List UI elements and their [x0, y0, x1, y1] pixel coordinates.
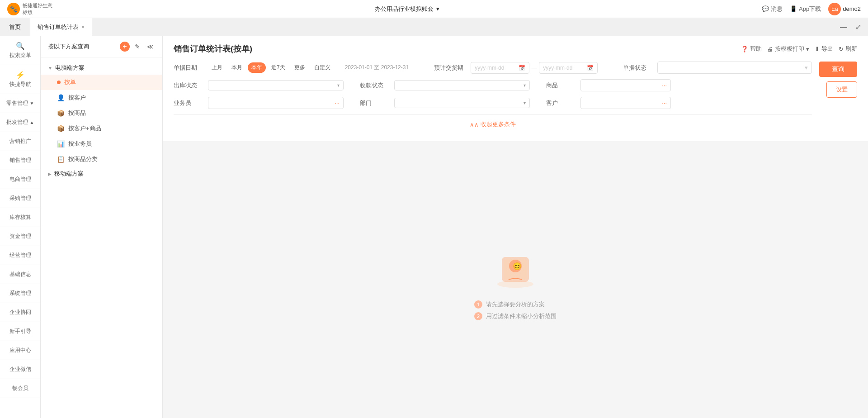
tab-sales-order-stats[interactable]: 销售订单统计表 ×: [30, 18, 92, 36]
expand-icon[interactable]: ⤢: [852, 21, 864, 33]
download-icon: 📱: [790, 5, 797, 12]
scheme-item-by-customer[interactable]: 👤 按客户: [41, 90, 162, 105]
scheme-group-pc-header[interactable]: ▼ 电脑端方案: [41, 61, 162, 75]
collapse-filter-button[interactable]: ∧∧ 收起更多条件: [174, 117, 812, 132]
export-button[interactable]: ⬇ 导出: [815, 45, 833, 53]
salesperson-dots-icon[interactable]: ···: [335, 100, 340, 106]
date-tab-custom[interactable]: 自定义: [311, 62, 334, 73]
minimize-icon[interactable]: —: [837, 21, 850, 33]
date-tab-more[interactable]: 更多: [291, 62, 309, 73]
sidebar-item-retail[interactable]: 零售管理 ▼: [0, 94, 40, 113]
quicknav-icon: ⚡: [16, 71, 25, 79]
scheme-item-by-customer-product[interactable]: 📦 按客户+商品: [41, 121, 162, 136]
scheme-item-by-order[interactable]: 按单: [41, 75, 162, 90]
date-label: 单据日期: [174, 64, 201, 72]
main-layout: 🔍 搜索菜单 ⚡ 快捷导航 零售管理 ▼ 批发管理 ▲ 营销推广 销售管理 电商…: [0, 36, 868, 418]
filter-row-1: 单据日期 上月 本月 本年 近7天 更多 自定义 2023-01-01 至 20…: [174, 62, 812, 74]
right-actions: 查询 设置: [819, 62, 857, 98]
user-profile[interactable]: Ea demo2: [828, 3, 861, 15]
setup-button[interactable]: 设置: [826, 81, 857, 98]
main-content: 销售订单统计表(按单) ❓ 帮助 🖨 按模板打印 ▾ ⬇ 导出: [163, 36, 868, 418]
tabs-bar: 首页 销售订单统计表 × — ⤢: [0, 18, 868, 36]
sidebar-item-enterprise[interactable]: 企业协同: [0, 303, 40, 322]
sidebar-item-search[interactable]: 🔍 搜索菜单: [0, 36, 40, 65]
logo-icon: 🐾: [7, 3, 20, 15]
company-selector[interactable]: 办公用品行业模拟账套 ▾: [375, 5, 439, 13]
sidebar: 🔍 搜索菜单 ⚡ 快捷导航 零售管理 ▼ 批发管理 ▲ 营销推广 销售管理 电商…: [0, 36, 41, 418]
refresh-icon: ↻: [839, 46, 844, 52]
refresh-button[interactable]: ↻ 刷新: [839, 45, 857, 53]
salesperson-label: 业务员: [174, 99, 201, 107]
delivery-date-start[interactable]: yyyy-mm-dd 📅: [471, 62, 529, 74]
delivery-dropdown-icon: ▾: [337, 83, 340, 88]
date-range-display: 2023-01-01 至 2023-12-31: [345, 64, 409, 71]
logo-text: 畅捷通好生意 标版: [23, 2, 52, 15]
sidebar-item-marketing[interactable]: 营销推广: [0, 132, 40, 151]
scheme-group-mobile-header[interactable]: ▶ 移动端方案: [41, 167, 162, 180]
date-tab-last7[interactable]: 近7天: [268, 62, 289, 73]
top-bar: 🐾 畅捷通好生意 标版 办公用品行业模拟账套 ▾ 💬 消息 📱 App下载 Ea…: [0, 0, 868, 18]
empty-hint-1: 1 请先选择要分析的方案: [474, 300, 557, 309]
empty-text: 1 请先选择要分析的方案 2 用过滤条件来缩小分析范围: [474, 300, 557, 320]
tab-home[interactable]: 首页: [0, 18, 30, 36]
avatar: Ea: [828, 3, 841, 15]
payment-dropdown-icon: ▾: [524, 83, 526, 88]
delivery-status-select[interactable]: ▾: [208, 80, 344, 90]
customer-select[interactable]: ···: [580, 97, 671, 109]
app-download-button[interactable]: 📱 App下载: [790, 5, 821, 13]
salesperson-select[interactable]: ···: [208, 97, 344, 109]
sidebar-item-inventory[interactable]: 库存核算: [0, 208, 40, 227]
sidebar-item-system[interactable]: 系统管理: [0, 284, 40, 303]
help-button[interactable]: ❓ 帮助: [741, 45, 762, 53]
empty-state-illustration: 😊: [488, 239, 542, 293]
sidebar-item-member[interactable]: 畅会员: [0, 379, 40, 398]
empty-hint-2: 2 用过滤条件来缩小分析范围: [474, 312, 557, 320]
page-header: 销售订单统计表(按单) ❓ 帮助 🖨 按模板打印 ▾ ⬇ 导出: [163, 36, 868, 54]
doc-status-select[interactable]: ▾: [657, 62, 812, 74]
expected-delivery-inputs: yyyy-mm-dd 📅 — yyyy-mm-dd 📅: [471, 62, 598, 74]
tab-close-icon[interactable]: ×: [81, 24, 85, 30]
message-button[interactable]: 💬 消息: [762, 5, 783, 13]
scheme-item-by-category[interactable]: 📋 按商品分类: [41, 152, 162, 167]
date-tab-this-month[interactable]: 本月: [228, 62, 246, 73]
filter-area: 单据日期 上月 本月 本年 近7天 更多 自定义 2023-01-01 至 20…: [163, 54, 868, 141]
scheme-item-by-salesperson[interactable]: 📊 按业务员: [41, 136, 162, 152]
sidebar-item-sales[interactable]: 销售管理: [0, 151, 40, 170]
sidebar-item-purchase[interactable]: 采购管理: [0, 189, 40, 208]
top-bar-right: 💬 消息 📱 App下载 Ea demo2: [762, 3, 861, 15]
sidebar-item-ops[interactable]: 经营管理: [0, 246, 40, 265]
date-tab-this-year[interactable]: 本年: [248, 62, 266, 73]
doc-status-label: 单据状态: [623, 64, 650, 72]
department-select[interactable]: ▾: [394, 98, 530, 108]
collapse-scheme-button[interactable]: ≪: [145, 42, 155, 52]
scheme-item-by-product[interactable]: 📦 按商品: [41, 105, 162, 121]
company-dropdown-icon: ▾: [436, 5, 439, 12]
print-button[interactable]: 🖨 按模板打印 ▾: [767, 45, 809, 53]
filter-row-3: 业务员 ··· 部门 ▾ 客户: [174, 97, 812, 109]
date-tab-last-month[interactable]: 上月: [208, 62, 226, 73]
filter-row-2: 出库状态 ▾ 收款状态 ▾ 商品: [174, 79, 812, 91]
sidebar-item-newbie[interactable]: 新手引导: [0, 322, 40, 341]
edit-scheme-button[interactable]: ✎: [132, 42, 142, 52]
scheme-panel-header: 按以下方案查询 + ✎ ≪: [41, 36, 162, 57]
add-scheme-button[interactable]: +: [120, 42, 130, 52]
scheme-panel-actions: + ✎ ≪: [120, 42, 155, 52]
sidebar-item-ecom[interactable]: 电商管理: [0, 170, 40, 189]
sidebar-item-quicknav[interactable]: ⚡ 快捷导航: [0, 65, 40, 94]
product-dots-icon[interactable]: ···: [662, 82, 667, 89]
tabs-bar-right: — ⤢: [837, 21, 868, 33]
delivery-date-end[interactable]: yyyy-mm-dd 📅: [539, 62, 598, 74]
help-icon: ❓: [741, 46, 748, 52]
sidebar-item-apps[interactable]: 应用中心: [0, 341, 40, 360]
sidebar-item-wholesale[interactable]: 批发管理 ▲: [0, 113, 40, 132]
product-select[interactable]: ···: [580, 79, 671, 91]
payment-status-label: 收款状态: [360, 81, 387, 90]
customer-dots-icon[interactable]: ···: [662, 100, 667, 106]
print-dropdown-icon: ▾: [806, 46, 809, 52]
sidebar-item-wechat[interactable]: 企业微信: [0, 360, 40, 379]
sidebar-item-basic[interactable]: 基础信息: [0, 265, 40, 284]
query-button[interactable]: 查询: [819, 62, 857, 77]
scheme-panel-title: 按以下方案查询: [48, 43, 89, 51]
sidebar-item-finance[interactable]: 资金管理: [0, 227, 40, 246]
payment-status-select[interactable]: ▾: [394, 80, 530, 90]
